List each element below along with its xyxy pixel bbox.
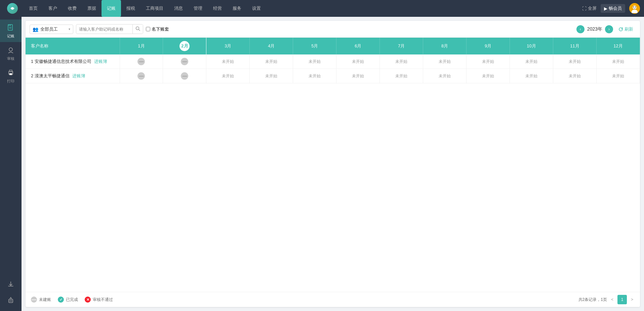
sidebar-item-robot[interactable]	[0, 292, 22, 308]
member-button[interactable]: ▶ 畅会员	[601, 4, 625, 13]
user-avatar[interactable]	[629, 3, 640, 14]
search-input[interactable]	[76, 25, 132, 33]
cell-month-4: 未开始	[250, 54, 293, 69]
col-month-12: 12月	[596, 38, 640, 54]
status-dash-icon: —	[181, 58, 188, 65]
enter-ledger-link[interactable]: 进账簿	[94, 59, 107, 64]
member-icon: ▶	[604, 6, 607, 11]
nav-settings[interactable]: 设置	[247, 0, 266, 17]
svg-line-23	[139, 30, 140, 31]
my-accounts-label: 名下账套	[152, 26, 169, 32]
year-display: 2023年	[587, 26, 602, 32]
chevron-down-icon: ▾	[69, 27, 70, 31]
prev-page-button[interactable]: <	[610, 296, 615, 303]
next-page-button[interactable]: >	[630, 296, 635, 303]
cell-month-9: 未开始	[467, 69, 510, 83]
sidebar-item-download[interactable]	[0, 276, 22, 292]
sidebar-bookkeeping-label: 记账	[7, 34, 14, 39]
status-not-started-text: 未开始	[439, 59, 451, 64]
legend-rejected: 审核不通过	[85, 297, 113, 303]
nav-message[interactable]: 消息	[169, 0, 188, 17]
cell-month-3: 未开始	[206, 54, 250, 69]
employee-icon: 👥	[33, 27, 38, 32]
my-accounts-input[interactable]	[146, 27, 150, 31]
logo-icon	[7, 3, 18, 14]
status-not-started-text: 未开始	[265, 59, 277, 64]
bookkeeping-table: 客户名称 1月 2月 3月 4月 5月 6月 7月 8月 9月	[26, 38, 640, 83]
cell-month-5: 未开始	[293, 69, 336, 83]
cell-month-7: 未开始	[380, 54, 423, 69]
sidebar-bottom	[0, 276, 22, 308]
fullscreen-button[interactable]: ⛶ 全屏	[582, 5, 597, 11]
cell-month-10: 未开始	[510, 69, 553, 83]
sidebar-item-review[interactable]: 审核	[0, 42, 22, 65]
cell-month-2: —	[163, 54, 206, 69]
employee-select[interactable]: 👥 全部员工 ▾	[30, 25, 73, 34]
page-1-button[interactable]: 1	[617, 295, 627, 304]
svg-rect-7	[9, 25, 9, 26]
legend-not-started: 未建账	[31, 297, 51, 303]
nav-business[interactable]: 工商项目	[140, 0, 169, 17]
svg-point-15	[12, 72, 13, 73]
col-month-3: 3月	[206, 38, 250, 54]
status-not-started-text: 未开始	[352, 74, 364, 78]
enter-ledger-link[interactable]: 进账簿	[72, 73, 85, 78]
nav-service[interactable]: 服务	[227, 0, 247, 17]
sidebar-item-bookkeeping[interactable]: 记账	[0, 20, 22, 42]
cell-month-5: 未开始	[293, 54, 336, 69]
svg-point-18	[11, 301, 12, 302]
status-not-started-text: 未开始	[222, 59, 234, 64]
my-accounts-checkbox[interactable]: 名下账套	[146, 26, 169, 32]
cell-month-1: —	[120, 69, 163, 83]
cell-month-3: 未开始	[206, 69, 250, 83]
cell-month-7: 未开始	[380, 69, 423, 83]
status-dash-icon: —	[137, 58, 145, 65]
svg-rect-16	[9, 299, 13, 303]
legend-completed: 已完成	[58, 297, 78, 303]
cell-month-1: —	[120, 54, 163, 69]
cell-month-11: 未开始	[553, 69, 597, 83]
employee-select-text: 全部员工	[40, 26, 67, 32]
refresh-button[interactable]: 刷新	[616, 25, 636, 34]
nav-customer[interactable]: 客户	[43, 0, 63, 17]
cell-client-name: 2 漠澳太平畅捷通信进账簿	[26, 69, 120, 83]
status-dash-icon: —	[137, 72, 145, 80]
col-month-9: 9月	[467, 38, 510, 54]
svg-rect-8	[10, 25, 11, 26]
left-sidebar: 记账 审核 打印	[0, 17, 22, 311]
status-not-started-text: 未开始	[525, 74, 537, 78]
legend-gray-dot	[31, 297, 37, 303]
status-not-started-text: 未开始	[482, 74, 494, 78]
status-dash-icon: —	[181, 72, 188, 80]
nav-manage[interactable]: 管理	[188, 0, 208, 17]
nav-tax[interactable]: 报税	[121, 0, 140, 17]
nav-bookkeeping[interactable]: 记账	[102, 0, 121, 17]
status-not-started-text: 未开始	[569, 74, 581, 78]
print-icon	[6, 68, 15, 77]
status-not-started-text: 未开始	[569, 59, 581, 64]
nav-invoice[interactable]: 票据	[82, 0, 102, 17]
col-month-10: 10月	[510, 38, 553, 54]
cell-month-4: 未开始	[250, 69, 293, 83]
svg-rect-19	[10, 298, 11, 299]
col-month-5: 5月	[293, 38, 336, 54]
download-icon	[6, 279, 15, 289]
client-name-text: 安徽畅捷通信息技术有限公司	[35, 59, 91, 64]
prev-year-button[interactable]: ‹	[576, 25, 585, 33]
status-not-started-text: 未开始	[309, 74, 321, 78]
page-footer: 未建账 已完成 审核不通过 共2条记录，1页 < 1 >	[26, 292, 640, 307]
page-panel: 👥 全部员工 ▾ 名下账套	[26, 21, 640, 307]
svg-point-4	[633, 6, 634, 7]
nav-right-actions: ⛶ 全屏 ▶ 畅会员	[582, 3, 640, 14]
svg-point-21	[10, 297, 11, 298]
next-year-button[interactable]: ›	[605, 25, 613, 33]
search-button[interactable]	[132, 25, 143, 34]
sidebar-review-label: 审核	[7, 56, 14, 61]
sidebar-item-print[interactable]: 打印	[0, 65, 22, 87]
nav-fees[interactable]: 收费	[63, 0, 82, 17]
nav-operation[interactable]: 经营	[208, 0, 227, 17]
nav-home[interactable]: 首页	[24, 0, 43, 17]
nav-menu: 首页 客户 收费 票据 记账 报税 工商项目 消息 管理 经营 服务 设置	[24, 0, 582, 17]
robot-icon	[6, 296, 15, 305]
cell-month-10: 未开始	[510, 54, 553, 69]
